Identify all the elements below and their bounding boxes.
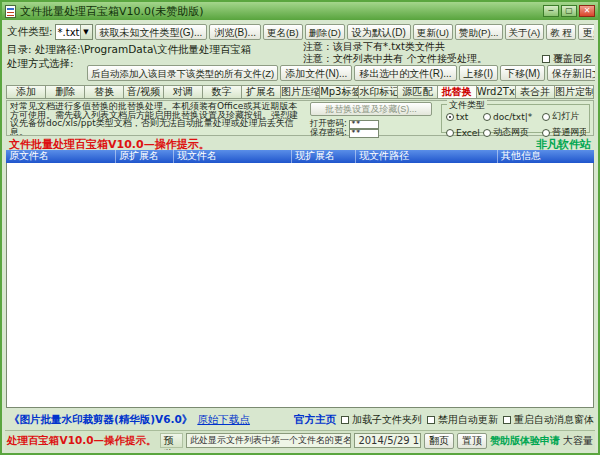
checkbox-restart-msg[interactable]: 重启自动消息窗体 [503, 413, 594, 427]
radio-ppt[interactable]: 幻灯片 [542, 110, 586, 123]
tab-image-custom[interactable]: 图片定制 [555, 85, 594, 99]
file-type-label: 文件类型: [7, 25, 53, 39]
batch-replace-settings-button[interactable]: 批替换设置及珍藏(S)... [310, 102, 432, 116]
radio-doc[interactable]: doc/txt|* [483, 110, 540, 123]
sponsor-button[interactable]: 赞助(P)... [455, 24, 503, 40]
browse-button[interactable]: 浏览(B)... [209, 24, 261, 40]
set-default-button[interactable]: 设为默认(D) [347, 24, 411, 40]
save-names-button[interactable]: 保存新旧文件名(V) [547, 65, 595, 81]
get-unknown-filetype-button[interactable]: 获取未知文件类型(G)... [95, 24, 208, 40]
close-button[interactable]: ✕ [579, 5, 595, 17]
homepage-link[interactable]: 官方主页 [294, 413, 336, 427]
radio-excel[interactable]: Excel [446, 126, 481, 139]
page-flip-button[interactable]: 翻页 [424, 433, 454, 449]
radio-icon[interactable] [542, 129, 550, 137]
save-password-field[interactable] [349, 129, 379, 138]
method-select-label: 处理方式选择: [7, 57, 74, 71]
file-list-area[interactable] [6, 163, 594, 408]
file-type-group-title: 文件类型 [447, 99, 487, 112]
file-type-combo[interactable]: *.txt ▼ [55, 24, 93, 40]
radio-ppt-label: 幻灯片 [552, 110, 579, 123]
checkbox-disable-update[interactable]: 禁用自动更新 [427, 413, 498, 427]
delete-button[interactable]: 删除(D) [305, 24, 345, 40]
checkbox-load-subfolders-label: 加载子文件夹列 [352, 413, 422, 427]
checkbox-icon[interactable] [427, 416, 435, 424]
checkbox-icon[interactable] [341, 416, 349, 424]
links-row: 《图片批量水印裁剪器(精华版)V6.0》 原始下载点 官方主页 加载子文件夹列 … [9, 412, 594, 428]
radio-icon[interactable] [446, 113, 454, 121]
download-point-link[interactable]: 原始下载点 [197, 413, 250, 427]
function-tabs: 添加 删除 替换 音/视频 对调 数字 扩展名 图片压缩 Mp3标签 水印标记 … [6, 85, 594, 99]
tab-mp3-tag[interactable]: Mp3标签 [320, 85, 359, 99]
tab-add[interactable]: 添加 [6, 85, 46, 99]
tab-source-match[interactable]: 源匹配 [398, 85, 437, 99]
download-product-link[interactable]: 《图片批量水印裁剪器(精华版)V6.0》 [9, 413, 192, 427]
tab-watermark[interactable]: 水印标记 [359, 85, 398, 99]
radio-icon[interactable] [542, 113, 550, 121]
window-title: 文件批量处理百宝箱V10.0(未赞助版) [20, 4, 539, 19]
stay-on-top-button[interactable]: 置顶 [457, 433, 487, 449]
file-type-group: 文件类型 txt doc/txt|* 幻灯片 [441, 104, 590, 133]
radio-icon[interactable] [446, 129, 454, 137]
radio-icon[interactable] [483, 129, 491, 137]
checkbox-restart-msg-label: 重启自动消息窗体 [514, 413, 594, 427]
col-other-info[interactable]: 其他信息 [498, 150, 594, 163]
more-functions-button[interactable]: 更多功能... [578, 24, 594, 40]
col-new-ext[interactable]: 现扩展名 [292, 150, 356, 163]
rename-button[interactable]: 更名(B) [263, 24, 303, 40]
radio-dynamic-web-label: 动态网页 [493, 126, 529, 139]
corner-text: 大容量 [563, 434, 593, 448]
col-new-name[interactable]: 现文件名 [174, 150, 292, 163]
datetime-display: 2014/5/29 16:40 [354, 433, 421, 448]
checkbox-load-subfolders[interactable]: 加载子文件夹列 [341, 413, 422, 427]
tab-extension[interactable]: 扩展名 [242, 85, 281, 99]
col-new-path[interactable]: 现文件路径 [356, 150, 498, 163]
sponsor-trial-link[interactable]: 赞助版体验申请 [490, 434, 560, 448]
tab-delete[interactable]: 删除 [46, 85, 85, 99]
tab-image-compress[interactable]: 图片压缩 [281, 85, 320, 99]
chevron-down-icon[interactable]: ▼ [80, 25, 92, 39]
remove-selected-button[interactable]: 移出选中的文件(R)... [354, 65, 456, 81]
checkbox-disable-update-label: 禁用自动更新 [438, 413, 498, 427]
about-button[interactable]: 关于(A) [505, 24, 545, 40]
tab-batch-replace[interactable]: 批替换 [438, 85, 477, 99]
move-down-button[interactable]: 下移(M) [500, 65, 545, 81]
directory-label: 目录: [7, 43, 32, 55]
window-content: 文件类型: *.txt ▼ 获取未知文件类型(G)... 浏览(B)... 更名… [3, 20, 597, 452]
top-toolbar: 文件类型: *.txt ▼ 获取未知文件类型(G)... 浏览(B)... 更名… [7, 24, 594, 40]
radio-doc-label: doc/txt|* [493, 112, 532, 122]
radio-txt-label: txt [456, 112, 468, 122]
checkbox-icon[interactable] [503, 416, 511, 424]
checkbox-icon[interactable] [542, 55, 550, 63]
tab-swap[interactable]: 对调 [164, 85, 203, 99]
preview-field: 此处显示文件列表中第一个文件名的更名各样式预览。 [186, 433, 351, 448]
file-type-value: *.txt [58, 27, 80, 38]
note-line-2: 注意：文件列表中共有 [303, 53, 403, 65]
radio-icon[interactable] [483, 113, 491, 121]
tab-number[interactable]: 数字 [203, 85, 242, 99]
add-files-button[interactable]: 添加文件(N)... [280, 65, 352, 81]
preview-label: 预览 [160, 433, 183, 448]
panel-description: 对常见文档进行多值替换的批替换处理。本机须装有Office或其近期版本方可使用。… [10, 102, 306, 135]
maximize-button[interactable]: ▢ [561, 5, 577, 17]
tab-wrd2txt[interactable]: Wrd2Txt [477, 85, 516, 99]
note-line-3: 个文件接受处理。 [407, 53, 487, 65]
col-orig-ext[interactable]: 原扩展名 [116, 150, 174, 163]
radio-excel-label: Excel [456, 128, 480, 138]
app-window: 文件批量处理百宝箱V10.0(未赞助版) ─ ▢ ✕ 文件类型: *.txt ▼… [0, 0, 600, 455]
tab-replace[interactable]: 替换 [85, 85, 124, 99]
update-button[interactable]: 更新(U) [413, 24, 453, 40]
checkbox-overwrite-label: 覆盖同名 [553, 53, 593, 65]
auto-add-files-button[interactable]: 后自动添加入该目录下该类型的所有文件(Z) [87, 65, 278, 81]
note-line-1: 注意：该目录下有*.txt类文件共 [303, 41, 593, 53]
col-orig-name[interactable]: 原文件名 [6, 150, 116, 163]
minimize-button[interactable]: ─ [543, 5, 559, 17]
radio-dynamic-web[interactable]: 动态网页 [483, 126, 540, 139]
notes-block: 注意：该目录下有*.txt类文件共 注意：文件列表中共有 个文件接受处理。 覆盖… [303, 41, 593, 65]
move-up-button[interactable]: 上移(I) [459, 65, 498, 81]
tab-audio-video[interactable]: 音/视频 [124, 85, 163, 99]
checkbox-overwrite[interactable]: 覆盖同名 [542, 53, 593, 65]
directory-path: 处理路径:\ProgramData\文件批量处理百宝箱 [35, 43, 252, 55]
tab-table-merge[interactable]: 表合并 [516, 85, 555, 99]
tutorial-button[interactable]: 教 程 [546, 24, 576, 40]
